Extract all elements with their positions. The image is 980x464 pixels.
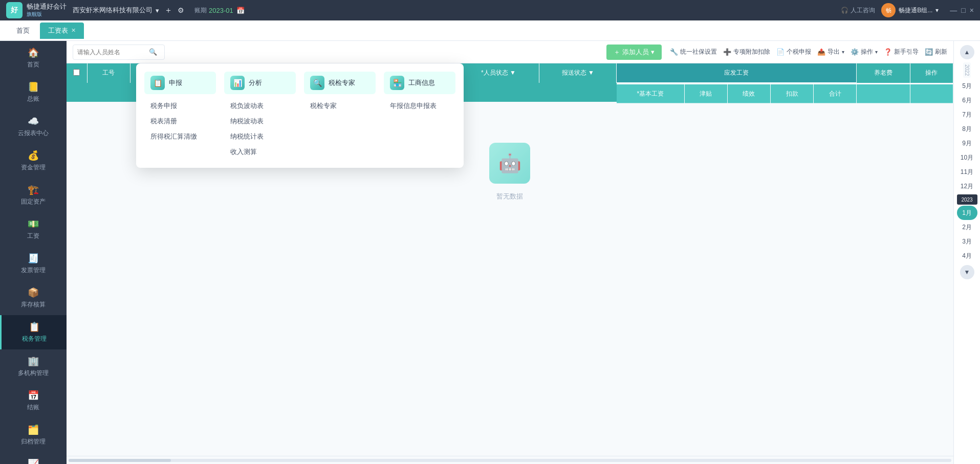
empty-icon: 🤖 [489,143,530,184]
sidebar-item-fund[interactable]: 💰资金管理 [0,144,67,178]
select-all-checkbox[interactable] [73,69,80,76]
date-nav-down[interactable]: ▼ [960,265,974,279]
user-area[interactable]: 畅 畅捷通B组... ▾ [881,3,939,17]
scroll-thumb[interactable] [69,459,171,462]
dropdown-item-税检专家[interactable]: 税检专家 [304,98,376,114]
action-personal-tax[interactable]: 📄个税申报 [776,48,811,56]
date-month-2023-4月[interactable]: 4月 [957,249,977,263]
date-month-2023-2月[interactable]: 2月 [957,220,977,234]
date-month-2023-3月[interactable]: 3月 [957,234,977,249]
dropdown-item-纳税波动表[interactable]: 纳税波动表 [224,114,296,129]
date-month-2022-10月[interactable]: 10月 [957,150,977,165]
main-layout: 🏠首页📒总账☁️云报表中心💰资金管理🏗️固定资产💵工资🧾发票管理📦库存核算📋税务… [0,41,980,464]
dropdown-item-纳税统计表[interactable]: 纳税统计表 [224,129,296,144]
date-month-2022-7月[interactable]: 7月 [957,107,977,122]
tab-home[interactable]: 首页 [8,23,38,39]
search-input[interactable] [77,49,149,56]
dropdown-item-税务申报[interactable]: 税务申报 [144,98,216,114]
ledger-icon: 📒 [28,81,39,93]
home-tab-label: 首页 [16,26,30,35]
app-version: 旗舰版 [27,11,67,18]
th-report-status: 报送状态 ▼ [539,63,617,83]
dropdown-item-税表清册[interactable]: 税表清册 [144,114,216,129]
period-value: 2023-01 [209,7,233,14]
tab-salary[interactable]: 工资表 ✕ [40,23,84,39]
horizontal-scrollbar[interactable] [67,456,953,464]
search-box[interactable]: 🔍 [73,45,165,60]
inventory-icon: 📦 [28,287,39,298]
settings-icon[interactable]: ⚙ [178,6,184,14]
minimize-button[interactable]: — [950,6,957,14]
sidebar-label-salary: 工资 [27,232,39,240]
dropdown-item-年报信息申报表[interactable]: 年报信息申报表 [384,98,455,114]
section-header-analysis: 📊 分析 [224,72,296,94]
date-month-2022-5月[interactable]: 5月 [957,79,977,93]
company-selector[interactable]: 西安虾米网络科技有限公司 ▾ ＋ ⚙ [73,5,184,16]
action-export[interactable]: 📤导出▾ [817,48,844,56]
sales-icon: 📈 [28,458,39,464]
sidebar-item-fixed-assets[interactable]: 🏗️固定资产 [0,178,67,212]
dropdown-section-tax-expert: 🔍 税检专家 税检专家 [304,72,376,160]
action-guide-new[interactable]: ❓新手引导 [884,48,919,56]
restore-button[interactable]: □ [961,6,965,14]
multi-org-icon: 🏢 [28,356,39,367]
user-name: 畅捷通B组... [899,6,932,15]
date-nav-up[interactable]: ▲ [960,45,974,59]
status-filter-icon[interactable]: ▼ [510,69,516,76]
sidebar-item-home[interactable]: 🏠首页 [0,41,67,75]
sidebar-item-ledger[interactable]: 📒总账 [0,75,67,109]
toolbar: 🔍 ＋ 添加人员 ▾ 🔧统一社保设置➕专项附加扣除📄个税申报📤导出▾⚙️操作▾❓… [67,41,953,63]
declaration-title: 申报 [169,78,182,87]
date-month-2022-9月[interactable]: 9月 [957,136,977,150]
checkbox-header[interactable] [67,63,87,83]
action-special-deduction[interactable]: ➕专项附加扣除 [723,48,770,56]
sidebar-item-salary[interactable]: 💵工资 [0,212,67,247]
action-social-security[interactable]: 🔧统一社保设置 [670,48,717,56]
sidebar-item-archive[interactable]: 🗂️归档管理 [0,418,67,452]
sidebar-label-cloud-report: 云报表中心 [18,129,49,138]
sidebar-item-sales[interactable]: 📈小畅报销 [0,452,67,464]
date-month-2022-12月[interactable]: 12月 [957,179,977,193]
add-employee-button[interactable]: ＋ 添加人员 ▾ [606,45,662,60]
export-label: 导出 [827,48,840,56]
service-button[interactable]: 🎧 人工咨询 [841,6,875,15]
close-button[interactable]: × [970,6,974,14]
date-month-2022-11月[interactable]: 11月 [957,165,977,179]
date-month-2023-1月[interactable]: 1月 [957,206,977,220]
personal-tax-icon: 📄 [776,48,785,56]
action-refresh[interactable]: 🔄刷新 [925,48,947,56]
top-right-area: 🎧 人工咨询 畅 畅捷通B组... ▾ — □ × [841,3,974,17]
dropdown-item-所得税汇算清缴[interactable]: 所得税汇算清缴 [144,129,216,144]
social-security-label: 统一社保设置 [680,48,717,56]
analysis-section-icon: 📊 [230,76,245,90]
calendar-icon[interactable]: 📅 [236,7,245,14]
th-emp-id: 工号 [87,63,130,83]
action-operation[interactable]: ⚙️操作▾ [851,48,878,56]
date-month-2022-6月[interactable]: 6月 [957,93,977,107]
add-company-icon[interactable]: ＋ [164,5,172,16]
th-total: 合计 [814,84,857,103]
sidebar-item-multi-org[interactable]: 🏢多机构管理 [0,349,67,384]
date-month-2022-8月[interactable]: 8月 [957,122,977,136]
year-2022-label: 2022 [963,62,971,78]
sidebar-item-close[interactable]: 📅结账 [0,384,67,418]
tab-close-icon[interactable]: ✕ [71,27,76,34]
report-filter-icon[interactable]: ▼ [588,69,594,76]
top-bar: 好 畅捷通好会计 旗舰版 西安虾米网络科技有限公司 ▾ ＋ ⚙ 账期 2023-… [0,0,980,20]
th-pension-sub [857,84,910,103]
th-action-sub [910,84,953,103]
dropdown-item-税负波动表[interactable]: 税负波动表 [224,98,296,114]
sidebar-item-invoice[interactable]: 🧾发票管理 [0,247,67,281]
chevron-down-icon[interactable]: ▾ [156,7,159,14]
dropdown-item-收入测算[interactable]: 收入测算 [224,144,296,160]
sidebar-item-cloud-report[interactable]: ☁️云报表中心 [0,109,67,144]
personal-tax-label: 个税申报 [787,48,811,56]
sidebar: 🏠首页📒总账☁️云报表中心💰资金管理🏗️固定资产💵工资🧾发票管理📦库存核算📋税务… [0,41,67,464]
sidebar-item-inventory[interactable]: 📦库存核算 [0,281,67,315]
sidebar-label-invoice: 发票管理 [21,266,46,275]
tax-expert-section-icon: 🔍 [310,76,324,90]
sidebar-item-tax[interactable]: 📋税务管理 [0,315,67,349]
th-deduction: 扣款 [770,84,813,103]
special-deduction-icon: ➕ [723,48,731,56]
archive-icon: 🗂️ [28,424,39,435]
